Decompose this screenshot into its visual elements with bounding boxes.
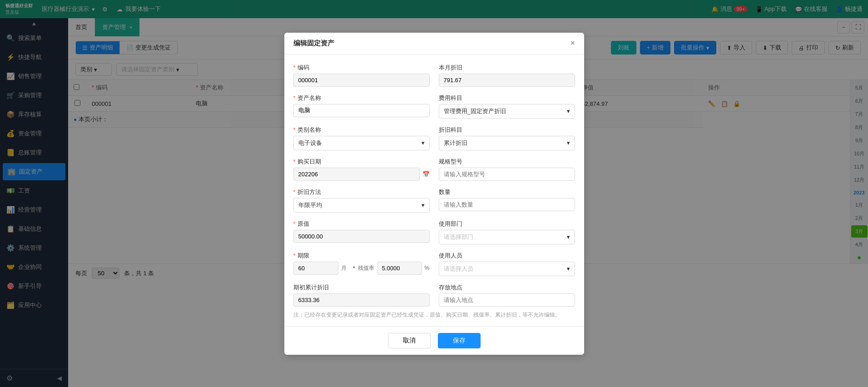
- residual-rate-input[interactable]: [377, 262, 422, 275]
- cancel-button[interactable]: 取消: [388, 333, 431, 348]
- form-row-expense-account: 费用科目 管理费用_固定资产折旧 ▾: [439, 94, 575, 119]
- form-row-code: * 编码: [293, 64, 430, 87]
- chevron-down-icon-method: ▾: [422, 202, 425, 208]
- department-select[interactable]: 请选择部门 ▾: [439, 230, 575, 244]
- modal-title: 编辑固定资产: [293, 39, 334, 48]
- person-select[interactable]: 请选择人员 ▾: [439, 262, 575, 276]
- form-label-code: * 编码: [293, 64, 430, 72]
- form-label-depr-method: * 折旧方法: [293, 188, 430, 196]
- modal-close-btn[interactable]: ×: [570, 39, 575, 47]
- form-row-person: 使用人员 请选择人员 ▾: [439, 252, 575, 276]
- chevron-down-icon-depr: ▾: [567, 139, 570, 146]
- form-label-category: * 类别名称: [293, 126, 430, 134]
- form-row-asset-name: * 资产名称: [293, 94, 430, 119]
- save-button[interactable]: 保存: [438, 333, 481, 348]
- form-label-depreciation-account: 折旧科目: [439, 126, 575, 134]
- form-label-asset-name: * 资产名称: [293, 94, 430, 102]
- form-row-initial-accumulated: 期初累计折旧: [293, 283, 430, 307]
- depreciation-account-select[interactable]: 累计折旧 ▾: [439, 136, 575, 150]
- form-row-original-value: * 原值: [293, 220, 430, 244]
- form-row-storage: 存放地点: [439, 283, 575, 307]
- modal-footer: 取消 保存: [284, 326, 584, 355]
- form-label-quantity: 数量: [439, 188, 575, 196]
- modal-note: 注：已经存在变更记录或者对应固定资产已经生成凭证，原值、购买日期、残值率、累计折…: [293, 307, 575, 322]
- chevron-down-icon-expense: ▾: [567, 108, 570, 114]
- spec-model-input[interactable]: [439, 168, 575, 181]
- period-unit: 月: [341, 264, 347, 272]
- edit-asset-modal: 编辑固定资产 × * 编码 本月折旧: [284, 33, 584, 355]
- period-input[interactable]: [293, 262, 338, 275]
- chevron-down-icon-dept: ▾: [567, 233, 570, 240]
- form-row-category: * 类别名称 电子设备 ▾: [293, 126, 430, 150]
- quantity-input[interactable]: [439, 198, 575, 211]
- original-value-input[interactable]: [293, 230, 430, 243]
- form-row-period: * 期限 月 * 残值率 %: [293, 252, 430, 276]
- expense-account-select[interactable]: 管理费用_固定资产折旧 ▾: [439, 104, 575, 119]
- storage-input[interactable]: [439, 293, 575, 307]
- form-label-spec-model: 规格型号: [439, 158, 575, 166]
- calendar-icon[interactable]: 📅: [422, 171, 430, 178]
- form-label-person: 使用人员: [439, 252, 575, 260]
- modal-form-grid: * 编码 本月折旧 * 资产名称: [293, 64, 575, 307]
- asset-name-input[interactable]: [293, 104, 430, 117]
- code-input[interactable]: [293, 74, 430, 87]
- form-row-department: 使用部门 请选择部门 ▾: [439, 220, 575, 244]
- form-row-this-month-depreciation: 本月折旧: [439, 64, 575, 87]
- form-label-expense-account: 费用科目: [439, 94, 575, 102]
- category-select[interactable]: 电子设备 ▾: [293, 136, 430, 150]
- modal-overlay: 编辑固定资产 × * 编码 本月折旧: [0, 0, 868, 387]
- residual-rate-label: 残值率: [358, 264, 374, 272]
- modal-body: * 编码 本月折旧 * 资产名称: [284, 55, 584, 326]
- purchase-date-input[interactable]: [293, 168, 420, 181]
- residual-rate-unit: %: [425, 265, 430, 271]
- form-label-department: 使用部门: [439, 220, 575, 228]
- depr-method-select[interactable]: 年限平均 ▾: [293, 198, 430, 213]
- form-row-purchase-date: * 购买日期 📅: [293, 158, 430, 181]
- form-label-period: * 期限: [293, 252, 430, 260]
- form-row-spec-model: 规格型号: [439, 158, 575, 181]
- modal-header: 编辑固定资产 ×: [284, 33, 584, 55]
- form-row-quantity: 数量: [439, 188, 575, 213]
- form-label-initial-accumulated: 期初累计折旧: [293, 283, 430, 292]
- form-label-purchase-date: * 购买日期: [293, 158, 430, 166]
- chevron-down-icon-category: ▾: [422, 139, 425, 146]
- form-row-depr-method: * 折旧方法 年限平均 ▾: [293, 188, 430, 213]
- form-label-this-month-depreciation: 本月折旧: [439, 64, 575, 72]
- initial-accumulated-input: [293, 293, 430, 307]
- form-label-storage: 存放地点: [439, 283, 575, 292]
- form-row-depreciation-account: 折旧科目 累计折旧 ▾: [439, 126, 575, 150]
- chevron-down-icon-person: ▾: [567, 265, 570, 272]
- form-label-original-value: * 原值: [293, 220, 430, 228]
- this-month-depreciation-input: [439, 74, 575, 87]
